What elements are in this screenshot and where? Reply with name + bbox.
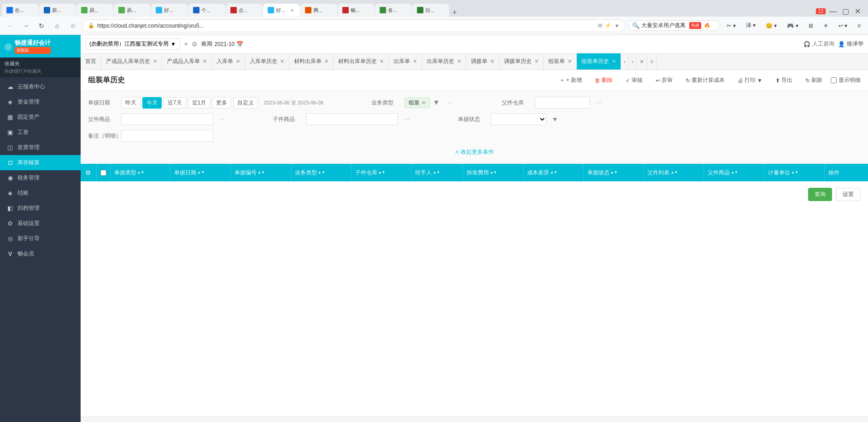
refresh-btn[interactable]: ↻ 刷新 xyxy=(801,75,827,86)
date-btn-7days[interactable]: 近7天 xyxy=(164,97,186,109)
tab-mat-out[interactable]: 材料出库单 ✕ xyxy=(289,53,334,70)
date-btn-today[interactable]: 今天 xyxy=(142,97,162,109)
show-detail-checkbox-group[interactable]: 显示明细 xyxy=(831,76,861,84)
tab-home[interactable]: 首页 xyxy=(81,53,101,70)
sidebar-item-invoice[interactable]: ◫ 发票管理 xyxy=(0,140,81,155)
tab-prod-in-history[interactable]: 产成品入库单历史 ✕ xyxy=(101,53,162,70)
th-dismantling-cost[interactable]: 拆装费用 ▲▼ xyxy=(463,164,523,181)
parent-goods-input[interactable] xyxy=(121,113,213,125)
sidebar-item-archive[interactable]: ◧ 归档管理 xyxy=(0,201,81,216)
th-order-date[interactable]: 单据日期 ▲▼ xyxy=(170,164,231,181)
translate-btn[interactable]: 译 ▾ xyxy=(742,20,759,31)
business-type-tag-close[interactable]: ✕ xyxy=(422,100,426,106)
collapse-filter-btn[interactable]: ∧ 收起更多条件 xyxy=(88,146,861,158)
sidebar-item-fixed-assets[interactable]: ▦ 固定资产 xyxy=(0,110,81,125)
parent-warehouse-input[interactable] xyxy=(535,97,590,109)
sidebar-item-cloud-report[interactable]: ☁ 云报表中心 xyxy=(0,79,81,94)
business-type-dropdown[interactable]: ▼ xyxy=(433,98,440,107)
settings-gear-btn[interactable]: ⚙ xyxy=(192,40,198,48)
table-select-all[interactable] xyxy=(100,170,106,176)
tab-out[interactable]: 出库单 ✕ xyxy=(389,53,422,70)
tab-assembly-history-close[interactable]: ✕ xyxy=(612,58,616,64)
sidebar-item-member[interactable]: V 畅会员 xyxy=(0,246,81,261)
address-chevron[interactable]: ▼ xyxy=(614,23,619,29)
sidebar-item-tax[interactable]: ◉ 税务管理 xyxy=(0,170,81,185)
tab-transfer-history-close[interactable]: ✕ xyxy=(534,58,539,64)
th-handler[interactable]: 经手人 ▲▼ xyxy=(411,164,463,181)
table-settings-icon[interactable]: ⚙ xyxy=(84,169,93,176)
browser-tab-4[interactable]: 易... xyxy=(114,4,151,17)
settings-btn[interactable]: 设置 xyxy=(836,188,861,201)
company-selector[interactable]: (勿删勿禁用）江西服宝测试专用 ▼ xyxy=(85,38,180,50)
tab-in-history-close[interactable]: ✕ xyxy=(280,58,284,64)
browser-tab-11[interactable]: 各... xyxy=(375,4,412,17)
audit-btn[interactable]: ✓ 审核 xyxy=(621,75,647,86)
th-order-type[interactable]: 单据类型 ▲▼ xyxy=(110,164,170,181)
grid-btn[interactable]: ⊞ xyxy=(805,21,817,31)
tab-transfer-history[interactable]: 调拨单历史 ✕ xyxy=(499,53,544,70)
date-btn-custom[interactable]: 自定义 xyxy=(233,97,258,109)
service-button[interactable]: 🎧 人工咨询 xyxy=(803,40,834,48)
calendar-icon[interactable]: 📅 xyxy=(236,41,243,47)
tab-out-history[interactable]: 出库单历史 ✕ xyxy=(422,53,466,70)
date-btn-yesterday[interactable]: 昨天 xyxy=(121,97,141,109)
sidebar-item-wizard[interactable]: ◎ 新手引导 xyxy=(0,231,81,246)
window-close-btn[interactable]: ✕ xyxy=(853,6,862,17)
favorites-title[interactable]: 收藏夹 xyxy=(5,60,76,67)
query-btn[interactable]: 查询 xyxy=(808,188,832,201)
show-detail-checkbox[interactable] xyxy=(831,77,837,83)
th-order-no[interactable]: 单据编号 ▲▼ xyxy=(231,164,291,181)
delete-btn[interactable]: 🗑 删除 xyxy=(590,75,617,86)
badge-count[interactable]: 12 xyxy=(816,8,826,14)
sidebar-item-settlement[interactable]: ◈ 结账 xyxy=(0,185,81,201)
browser-tab-8-close[interactable]: ✕ xyxy=(289,7,295,13)
tab-mat-out-history[interactable]: 材料出库单历史 ✕ xyxy=(334,53,389,70)
undo-btn[interactable]: ↩ ▾ xyxy=(835,21,851,31)
emoji-btn[interactable]: 😊 ▾ xyxy=(762,21,780,31)
th-settings[interactable]: ⚙ xyxy=(81,164,96,181)
tab-prod-in-close[interactable]: ✕ xyxy=(203,58,207,64)
order-status-dropdown[interactable]: ▼ xyxy=(552,116,558,123)
sidebar-favorites[interactable]: 收藏夹 快捷键打开收藏夹 xyxy=(0,58,81,77)
date-btn-more[interactable]: 更多 xyxy=(212,97,231,109)
child-goods-more[interactable]: ··· xyxy=(404,115,410,123)
tab-assembly-close[interactable]: ✕ xyxy=(568,58,572,64)
tab-mat-out-history-close[interactable]: ✕ xyxy=(380,58,384,64)
new-tab-button[interactable]: + xyxy=(450,8,459,17)
back-button[interactable]: ← xyxy=(4,19,17,32)
window-maximize-btn[interactable]: ▢ xyxy=(840,6,851,17)
sidebar-item-payroll[interactable]: ▣ 工资 xyxy=(0,125,81,140)
browser-tab-6[interactable]: 个... xyxy=(188,4,225,17)
browser-tab-5[interactable]: 好... xyxy=(151,4,188,17)
home-button[interactable]: ⌂ xyxy=(51,19,64,32)
game-btn[interactable]: 🎮 ▾ xyxy=(783,21,802,31)
th-parent-list[interactable]: 父件列表 ▲▼ xyxy=(644,164,704,181)
child-goods-input[interactable] xyxy=(306,113,398,125)
parent-warehouse-more[interactable]: ··· xyxy=(596,98,602,107)
browser-tab-9[interactable]: 腾... xyxy=(300,4,337,17)
remarks-input[interactable] xyxy=(121,130,213,142)
bookmark-button[interactable]: ☆ xyxy=(66,19,79,32)
date-btn-1month[interactable]: 近1月 xyxy=(188,97,211,109)
th-order-status[interactable]: 单据状态 ▲▼ xyxy=(583,164,644,181)
user-info[interactable]: 👤 徐泽华 xyxy=(838,40,863,48)
parent-goods-more[interactable]: ··· xyxy=(219,115,225,123)
brightness-btn[interactable]: ☀ xyxy=(820,21,832,31)
browser-tab-1[interactable]: 在... xyxy=(2,4,39,17)
bottom-scrollbar[interactable] xyxy=(81,416,868,422)
browser-tab-7[interactable]: 企... xyxy=(226,4,263,17)
reload-button[interactable]: ↻ xyxy=(35,19,48,32)
tab-nav-next[interactable]: › xyxy=(629,53,637,70)
recalc-btn[interactable]: ↻ 重新计算成本 xyxy=(681,75,729,86)
menu-btn[interactable]: ≡ xyxy=(854,21,864,31)
address-bar[interactable]: 🔒 https://cloud.chanjet.com/accounting/u… xyxy=(82,19,625,32)
tab-out-history-close[interactable]: ✕ xyxy=(457,58,461,64)
add-company-btn[interactable]: + xyxy=(184,40,188,48)
sidebar-item-basic-settings[interactable]: ⚙ 基础设置 xyxy=(0,216,81,231)
th-child-warehouse[interactable]: 子件仓库 ▲▼ xyxy=(351,164,411,181)
window-minimize-btn[interactable]: — xyxy=(827,6,839,17)
th-checkbox[interactable] xyxy=(96,164,110,181)
sidebar-item-inventory[interactable]: ⊡ 库存核算 xyxy=(0,155,81,170)
tab-transfer[interactable]: 调拨单 ✕ xyxy=(466,53,499,70)
tab-nav-prev[interactable]: ‹ xyxy=(621,53,629,70)
